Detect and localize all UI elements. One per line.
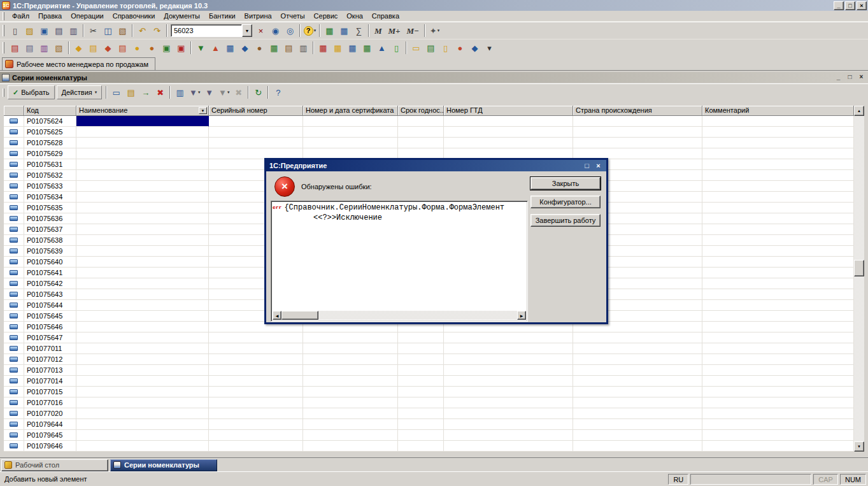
cell[interactable]	[76, 246, 209, 257]
clear-search-icon[interactable]: ×	[253, 24, 268, 38]
cell-code[interactable]: P01079646	[24, 441, 76, 452]
new-document-icon[interactable]: ▯	[8, 24, 22, 38]
sales-journal-icon[interactable]: ▤	[115, 41, 130, 55]
customer-order-icon[interactable]: ◆	[71, 41, 86, 55]
calculator-icon[interactable]: ∑	[352, 24, 366, 38]
cell[interactable]	[702, 213, 854, 224]
table-row[interactable]: P01075628	[4, 138, 854, 148]
filter-by-value-icon[interactable]: ▼	[202, 85, 217, 99]
view-groups-icon[interactable]: ▤	[124, 85, 138, 99]
cell[interactable]	[209, 343, 303, 354]
column-header-0[interactable]: Код	[24, 106, 76, 116]
cell[interactable]	[76, 408, 209, 419]
cell[interactable]	[573, 441, 702, 452]
selected-cell[interactable]	[76, 116, 209, 127]
cell[interactable]	[702, 224, 854, 235]
move-to-group-icon[interactable]: →	[138, 85, 153, 99]
cell-code[interactable]: P01079645	[24, 430, 76, 441]
report-debts-icon[interactable]: ▦	[345, 41, 360, 55]
cell[interactable]	[573, 116, 702, 127]
header-corner[interactable]	[4, 106, 24, 116]
calendar-task-icon[interactable]: ▤	[423, 41, 438, 55]
menu-item-3[interactable]: Справочники	[108, 11, 160, 20]
cell[interactable]	[76, 203, 209, 213]
table-row[interactable]: P01079645	[4, 430, 854, 441]
toolbar-grip[interactable]	[3, 42, 4, 54]
cell[interactable]	[702, 159, 854, 170]
cell[interactable]	[76, 397, 209, 408]
quick-value-input[interactable]	[171, 24, 242, 37]
sales-invoice-icon[interactable]: ◆	[101, 41, 115, 55]
cell-code[interactable]: P01075629	[24, 148, 76, 159]
cell[interactable]	[398, 365, 444, 376]
cell-code[interactable]: P01077012	[24, 354, 76, 365]
table-row[interactable]: P01077011	[4, 343, 854, 354]
scroll-down-button[interactable]: ▼	[854, 441, 864, 452]
cell[interactable]	[444, 343, 573, 354]
cell[interactable]	[76, 224, 209, 235]
cell[interactable]	[702, 170, 854, 181]
cell[interactable]	[573, 408, 702, 419]
cell[interactable]	[76, 268, 209, 278]
print-preview-icon[interactable]: ▥	[66, 24, 81, 38]
cell[interactable]	[702, 289, 854, 300]
cell-code[interactable]: P01075640	[24, 257, 76, 268]
cell[interactable]	[303, 419, 398, 430]
cell[interactable]	[303, 441, 398, 452]
cell[interactable]	[303, 127, 398, 138]
cell[interactable]	[702, 300, 854, 311]
dropdown-arrow[interactable]: ▾	[198, 90, 201, 95]
report-money-icon[interactable]: ▦	[331, 41, 345, 55]
cell[interactable]	[702, 203, 854, 213]
cell-code[interactable]: P01077016	[24, 397, 76, 408]
memory-minus-button[interactable]: М−	[404, 24, 422, 38]
cell[interactable]	[76, 300, 209, 311]
spreadsheet-icon[interactable]: ▦	[322, 24, 337, 38]
cell[interactable]	[573, 430, 702, 441]
warehouse-icon[interactable]: ▤	[281, 41, 296, 55]
cell[interactable]	[444, 408, 573, 419]
cell-code[interactable]: P01075644	[24, 300, 76, 311]
dialog-close-icon[interactable]: ×	[594, 162, 603, 169]
menu-item-10[interactable]: Справка	[367, 11, 404, 20]
cell[interactable]	[702, 343, 854, 354]
dialog-maximize-button[interactable]: □	[582, 162, 592, 169]
menu-item-0[interactable]: Файл	[8, 11, 34, 20]
cell[interactable]	[76, 181, 209, 192]
cell-code[interactable]: P01075642	[24, 278, 76, 289]
cell[interactable]	[209, 332, 303, 343]
payment-out-icon[interactable]: ▣	[174, 41, 189, 55]
scroll-left-button[interactable]: ◀	[273, 311, 281, 320]
cell[interactable]	[702, 127, 854, 138]
print-price-tags-icon[interactable]: ▤	[22, 41, 37, 55]
cell[interactable]	[398, 354, 444, 365]
table-row[interactable]: P01079646	[4, 441, 854, 452]
cell[interactable]	[398, 397, 444, 408]
cell[interactable]	[702, 408, 854, 419]
column-header-1[interactable]: Наименование▼	[76, 106, 209, 116]
cell[interactable]	[398, 408, 444, 419]
cell[interactable]	[702, 181, 854, 192]
new-email-icon[interactable]: ▭	[409, 41, 423, 55]
dropdown-arrow[interactable]: ▾	[314, 28, 317, 33]
cash-register-icon[interactable]: ▥	[296, 41, 311, 55]
cell-code[interactable]: P01075635	[24, 203, 76, 213]
cell[interactable]	[444, 116, 573, 127]
cell[interactable]	[702, 397, 854, 408]
dialog-configurator-button[interactable]: Конфигуратор...	[530, 196, 601, 208]
cell[interactable]	[303, 116, 398, 127]
cell-code[interactable]: P01079644	[24, 419, 76, 430]
memory-button[interactable]: М	[371, 24, 385, 38]
report-sales-icon[interactable]: ▤	[8, 41, 22, 55]
cell-code[interactable]: P01075628	[24, 138, 76, 148]
cell[interactable]	[209, 365, 303, 376]
cell[interactable]	[702, 278, 854, 289]
help-icon[interactable]: ?	[271, 85, 285, 99]
menu-item-8[interactable]: Сервис	[309, 11, 343, 20]
menu-item-6[interactable]: Витрина	[240, 11, 276, 20]
event-icon[interactable]: ◆	[467, 41, 482, 55]
cell[interactable]	[702, 376, 854, 387]
cell[interactable]	[76, 332, 209, 343]
menu-item-1[interactable]: Правка	[34, 11, 66, 20]
print-icon[interactable]: ▤	[52, 24, 66, 38]
